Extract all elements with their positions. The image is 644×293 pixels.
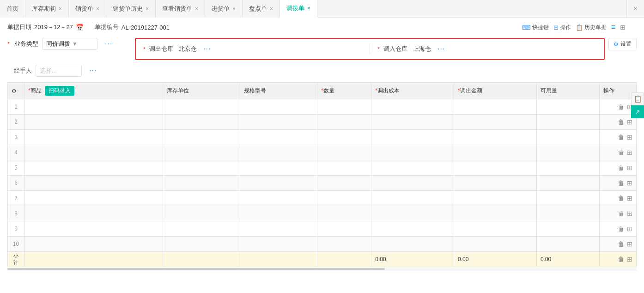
close-button[interactable]: × [626,0,644,18]
copy-row-icon[interactable]: ⊞ [627,225,632,232]
product-cell[interactable] [24,191,163,206]
qty-cell[interactable] [317,99,371,115]
col-cost: *调出成本 [371,83,454,99]
tab-view-sales[interactable]: 查看销货单× [156,0,205,18]
copy-row-icon[interactable]: ⊞ [627,118,632,126]
person-more-button[interactable]: ··· [89,67,97,75]
qty-cell[interactable] [317,115,371,130]
tab-close-sales-history[interactable]: × [146,6,149,12]
qty-cell[interactable] [317,206,371,221]
delete-row-icon[interactable]: 🗑 [618,164,624,171]
qty-cell[interactable] [317,145,371,160]
cost-cell[interactable] [371,176,454,191]
cost-cell[interactable] [371,99,454,115]
tab-transfer[interactable]: 调拨单× [280,0,317,18]
settings-button[interactable]: ⚙ 设置 [608,38,637,50]
bill-no-field: 单据编号 AL-20191227-001 [95,23,170,31]
delete-icon[interactable]: 🗑 [618,256,624,263]
copy-row-icon[interactable]: ⊞ [627,164,632,171]
product-cell[interactable] [24,237,163,252]
product-cell[interactable] [24,115,163,130]
op-cell: 🗑 ⊞ [600,160,637,176]
copy-icon[interactable]: ⊞ [627,256,632,263]
col-gear[interactable]: ⚙ [8,83,24,99]
delete-row-icon[interactable]: 🗑 [618,134,624,141]
qty-cell[interactable] [317,237,371,252]
shortcut-key-button[interactable]: ⌨ 快捷键 [522,24,549,31]
delete-row-icon[interactable]: 🗑 [618,210,624,217]
delete-row-icon[interactable]: 🗑 [618,118,624,126]
delete-row-icon[interactable]: 🗑 [618,179,624,187]
layout2-button[interactable]: ⊞ [620,24,626,31]
qty-cell[interactable] [317,221,371,237]
tab-sales-order[interactable]: 销货单× [69,0,106,18]
person-select[interactable]: 选择... [36,65,82,77]
copy-row-icon[interactable]: ⊞ [627,179,632,187]
product-cell[interactable] [24,221,163,237]
product-cell[interactable] [24,206,163,221]
cost-cell[interactable] [371,145,454,160]
copy-row-icon[interactable]: ⊞ [627,210,632,217]
tab-close-transfer[interactable]: × [307,5,310,12]
tab-close-view-sales[interactable]: × [195,6,198,12]
qty-cell[interactable] [317,130,371,145]
qty-cell[interactable] [317,160,371,176]
transfer-in-more-button[interactable]: ··· [437,45,445,53]
business-type-more-button[interactable]: ··· [105,40,112,48]
product-cell[interactable] [24,99,163,115]
cost-cell[interactable] [371,206,454,221]
cost-cell[interactable] [371,160,454,176]
tab-purchase-order[interactable]: 进货单× [205,0,243,18]
qty-cell[interactable] [317,191,371,206]
delete-row-icon[interactable]: 🗑 [618,149,624,156]
form-row3: 经手人 选择... ··· [7,65,637,77]
spec-cell [240,115,317,130]
amount-cell [454,130,537,145]
copy-row-icon[interactable]: ⊞ [627,134,632,141]
copy-row-icon[interactable]: ⊞ [627,149,632,156]
tab-home[interactable]: 首页 [0,0,25,18]
available-cell [536,115,599,130]
delete-row-icon[interactable]: 🗑 [618,240,624,248]
delete-row-icon[interactable]: 🗑 [618,195,624,202]
row-num-cell: 2 [8,115,24,130]
tab-close-stocktake[interactable]: × [270,6,273,12]
product-cell[interactable] [24,176,163,191]
available-cell [536,237,599,252]
col-unit: 库存单位 [163,83,240,99]
cost-cell[interactable] [371,115,454,130]
note-float-button[interactable]: 📋 [631,92,644,105]
warehouse-section: * 调出仓库 北京仓 ··· * 调入仓库 上海仓 ··· [135,38,605,60]
cost-cell[interactable] [371,221,454,237]
history-button[interactable]: 📋 历史单据 [576,24,607,31]
business-type-select[interactable]: 同价调拨 ▼ [42,38,97,50]
operation-button[interactable]: ⊞ 操作 [553,24,571,31]
available-cell [536,99,599,115]
cost-cell[interactable] [371,237,454,252]
cost-cell[interactable] [371,130,454,145]
product-cell[interactable] [24,145,163,160]
tab-sales-history[interactable]: 销货单历史× [106,0,156,18]
product-cell[interactable] [24,160,163,176]
col-spec: 规格型号 [240,83,317,99]
cost-cell[interactable] [371,191,454,206]
transfer-out-more-button[interactable]: ··· [203,45,211,53]
qty-cell[interactable] [317,176,371,191]
amount-cell [454,115,537,130]
copy-row-icon[interactable]: ⊞ [627,240,632,248]
delete-row-icon[interactable]: 🗑 [618,103,624,110]
tab-close-purchase-order[interactable]: × [232,6,236,12]
tab-close-inventory-init[interactable]: × [59,6,62,12]
delete-row-icon[interactable]: 🗑 [618,225,624,232]
expand-float-button[interactable]: ↗ [631,105,644,118]
calendar-icon[interactable]: 📅 [76,24,84,31]
layout1-button[interactable]: ≡ [611,23,615,31]
copy-row-icon[interactable]: ⊞ [627,195,632,202]
amount-cell [454,206,537,221]
tab-stocktake[interactable]: 盘点单× [243,0,280,18]
tab-close-sales-order[interactable]: × [96,6,99,12]
scan-button[interactable]: 扫码录入 [45,86,74,96]
tab-inventory-init[interactable]: 库存期初× [25,0,69,18]
product-cell[interactable] [24,130,163,145]
table-row: 4 🗑 ⊞ [8,145,637,160]
